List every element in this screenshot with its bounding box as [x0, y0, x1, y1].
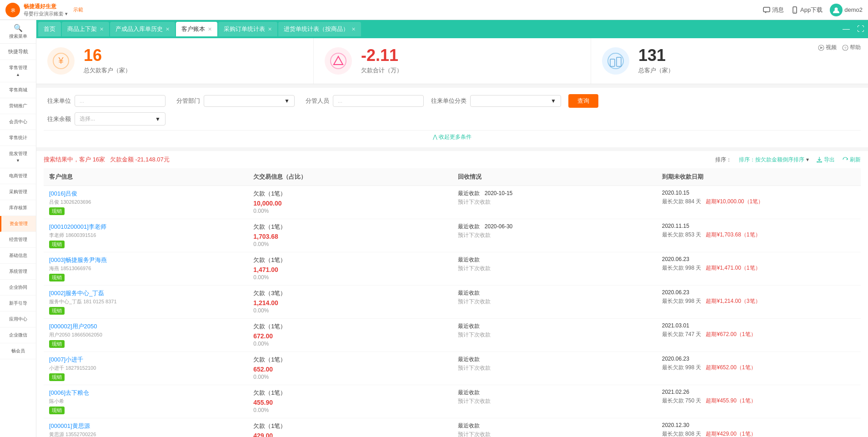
customer-name-6[interactable]: [0006]去下粮仓	[49, 389, 242, 397]
sidebar-item-system[interactable]: 系统管理	[0, 264, 36, 280]
sidebar-item-retail-stat[interactable]: 零售统计	[0, 130, 36, 146]
sidebar-item-inventory[interactable]: 库存核算	[0, 200, 36, 216]
logo-area: 示 畅捷通好生意 母婴行业演示账套 ▾ 示範	[5, 3, 83, 17]
data-table: 客户信息 欠交易信息（占比） 回收情况 到期未收款日期 [0016]吕俊 吕俊 …	[44, 168, 861, 437]
sidebar-item-operations[interactable]: 经营管理	[0, 232, 36, 248]
source-unit-input[interactable]: ...	[75, 95, 166, 107]
overdue-amount-1[interactable]: 超期¥1,703.68（1笔）	[706, 231, 760, 238]
dept-select[interactable]: ▼	[204, 95, 295, 107]
debt-amount-6[interactable]: 455.90	[253, 399, 447, 406]
sidebar-item-retail-mall[interactable]: 零售商城	[0, 82, 36, 98]
customer-name-2[interactable]: [0003]畅捷服务尹海燕	[49, 256, 242, 264]
table-row: [00010200001]李老师 李老师 18600391516 现销 欠款（1…	[44, 219, 861, 252]
customer-name-7[interactable]: [000001]黄思源	[49, 422, 242, 430]
debt-amount-1[interactable]: 1,703.68	[253, 233, 447, 240]
app-download-btn[interactable]: App下载	[791, 6, 823, 14]
sidebar-item-corp-wechat[interactable]: 企业微信	[0, 327, 36, 343]
debtor-count-value: 16	[84, 47, 302, 64]
video-help-btn[interactable]: 视频	[818, 44, 837, 51]
return-recent-7: 最近收款	[458, 422, 651, 430]
customer-contact-3: 服务中心_丁磊 181 0125 8371	[49, 298, 242, 305]
cell-due-7: 2020.12.30 最长欠款 808 天 超期¥429.00（1笔）	[657, 418, 861, 437]
customer-name-1[interactable]: [00010200001]李老师	[49, 223, 242, 231]
sidebar-item-purchase[interactable]: 采购管理	[0, 184, 36, 200]
sidebar-item-quick-nav[interactable]: 快捷导航	[0, 44, 36, 60]
tab-product-history[interactable]: 产成品入库单历史 ✕	[110, 22, 175, 36]
sidebar-item-basic-info[interactable]: 基础信息	[0, 248, 36, 264]
sidebar-item-vip[interactable]: 畅会员	[0, 343, 36, 359]
help-btn[interactable]: ? 帮助	[842, 44, 861, 51]
tab-close-customer-account[interactable]: ✕	[208, 26, 212, 32]
table-row: [0002]服务中心_丁磊 服务中心_丁磊 181 0125 8371 现销 欠…	[44, 286, 861, 319]
debt-amount-3[interactable]: 1,214.00	[253, 299, 447, 306]
tab-close-stock-stats[interactable]: ✕	[351, 26, 356, 32]
tab-maximize-btn[interactable]: ⛶	[855, 23, 866, 35]
sidebar-item-capital[interactable]: 资金管理	[0, 216, 36, 232]
cell-return-0: 最近收款 2020-10-15 预计下次收款	[452, 186, 657, 219]
sort-select[interactable]: 排序：按欠款金额倒序排序 ▾	[739, 156, 809, 164]
refresh-btn[interactable]: 刷新	[842, 156, 861, 164]
cell-customer-4: [000002]用户2050 用户2050 18665062050 现销	[44, 319, 248, 352]
balance-select[interactable]: 选择... ▼	[75, 112, 166, 126]
customer-name-4[interactable]: [000002]用户2050	[49, 322, 242, 331]
debt-amount-0[interactable]: 10,000.00	[253, 200, 447, 207]
tab-minimize-btn[interactable]: —	[841, 23, 852, 35]
export-btn[interactable]: 导出	[816, 156, 835, 164]
customer-name-3[interactable]: [0002]服务中心_丁磊	[49, 289, 242, 297]
sidebar-search[interactable]: 🔍 搜索菜单	[0, 20, 36, 44]
debt-amount-4[interactable]: 672.00	[253, 332, 447, 340]
cell-customer-7: [000001]黄思源 黄思源 13552700226 现销	[44, 418, 248, 437]
table-row: [000002]用户2050 用户2050 18665062050 现销 欠款（…	[44, 319, 861, 352]
card-icon-debtors: ¥	[47, 47, 75, 75]
debt-amount-7[interactable]: 429.00	[253, 432, 447, 437]
unit-class-select[interactable]: ▼	[470, 95, 561, 107]
overdue-days-4: 最长欠款 747 天 超期¥672.00（1笔）	[662, 331, 855, 338]
search-button[interactable]: 查询	[568, 94, 598, 108]
tab-customer-account[interactable]: 客户账本 ✕	[176, 22, 217, 36]
return-recent-2: 最近收款	[458, 256, 651, 264]
tab-product-offline[interactable]: 商品上下架 ✕	[62, 22, 109, 36]
debt-percent-3: 0.00%	[253, 307, 447, 314]
tab-close-purchase-stats[interactable]: ✕	[268, 26, 272, 32]
sidebar-item-retail-mgmt[interactable]: 零售管理 ▲	[0, 60, 36, 82]
tab-stock-stats[interactable]: 进货单统计表（按商品） ✕	[278, 22, 361, 36]
overdue-amount-3[interactable]: 超期¥1,214.00（3笔）	[706, 298, 760, 304]
tab-close-product-history[interactable]: ✕	[166, 26, 170, 32]
customer-name-0[interactable]: [0016]吕俊	[49, 190, 242, 198]
person-input[interactable]: ...	[333, 95, 424, 107]
overdue-amount-6[interactable]: 超期¥455.90（1笔）	[706, 397, 756, 404]
table-section: 搜索结果中，客户 16家 欠款金额 -21,148.07元 排序： 排序：按欠款…	[36, 151, 868, 437]
debt-percent-1: 0.00%	[253, 241, 447, 247]
table-row: [0007]小进千 小进千 18279152100 现销 欠款（1笔） 652.…	[44, 352, 861, 385]
sidebar-item-member[interactable]: 会员中心	[0, 114, 36, 130]
return-next-2: 预计下次收款	[458, 265, 651, 272]
help-icon: ?	[842, 45, 848, 51]
overdue-amount-0[interactable]: 超期¥10,000.00（1笔）	[706, 198, 763, 205]
tab-home[interactable]: 首页	[38, 22, 61, 36]
sidebar-item-marketing[interactable]: 营销推广	[0, 98, 36, 114]
user-profile[interactable]: demo2	[830, 4, 863, 16]
sidebar-item-ecommerce[interactable]: 电商管理	[0, 168, 36, 184]
sidebar-item-new-guide[interactable]: 新手引导	[0, 296, 36, 311]
sidebar-item-batch-mgmt[interactable]: 批发管理 ▼	[0, 146, 36, 168]
customer-name-5[interactable]: [0007]小进千	[49, 356, 242, 364]
return-next-0: 预计下次收款	[458, 198, 651, 206]
card-corner-actions: 视频 ? 帮助	[818, 44, 861, 51]
overdue-amount-7[interactable]: 超期¥429.00（1笔）	[706, 431, 756, 437]
message-btn[interactable]: 消息	[763, 6, 784, 14]
overdue-amount-2[interactable]: 超期¥1,471.00（1笔）	[706, 265, 760, 271]
sidebar-item-app-center[interactable]: 应用中心	[0, 311, 36, 327]
return-recent-3: 最近收款	[458, 289, 651, 297]
overdue-amount-5[interactable]: 超期¥652.00（1笔）	[706, 364, 756, 371]
return-next-4: 预计下次收款	[458, 331, 651, 339]
collapse-bar[interactable]: ⋀ 收起更多条件	[44, 130, 861, 144]
sidebar-item-enterprise[interactable]: 企业协同	[0, 280, 36, 296]
cell-customer-1: [00010200001]李老师 李老师 18600391516 现销	[44, 219, 248, 252]
message-icon	[763, 6, 770, 14]
tab-purchase-stats[interactable]: 采购订单统计表 ✕	[218, 22, 277, 36]
tab-close-product-offline[interactable]: ✕	[100, 26, 104, 32]
store-select[interactable]: 母婴行业演示账套 ▾	[24, 10, 68, 17]
debt-amount-5[interactable]: 652.00	[253, 366, 447, 373]
debt-amount-2[interactable]: 1,471.00	[253, 266, 447, 273]
overdue-amount-4[interactable]: 超期¥672.00（1笔）	[706, 331, 756, 337]
